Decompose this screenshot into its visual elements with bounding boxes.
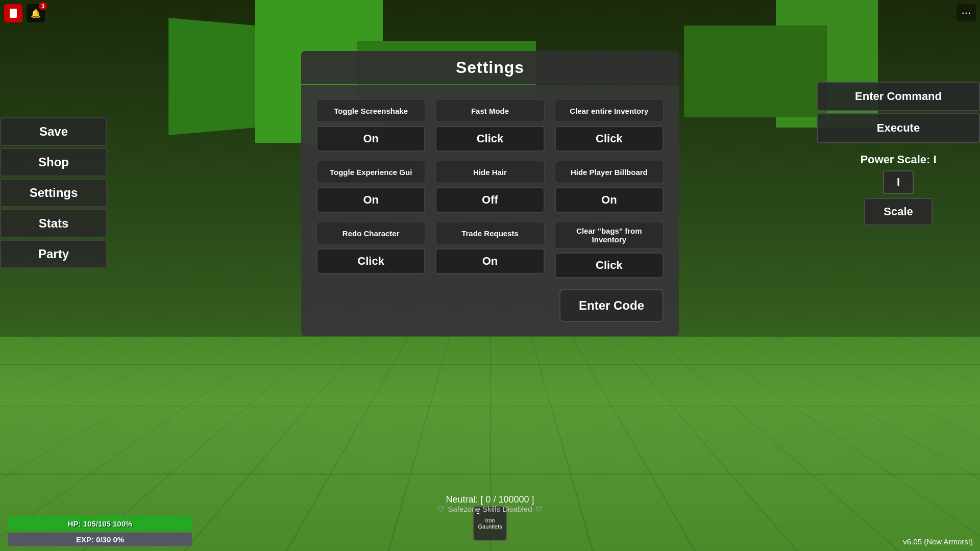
- setting-hide-hair: Hide Hair Off: [435, 161, 544, 213]
- settings-title: Settings: [456, 58, 524, 77]
- enter-code-row: Enter Code: [316, 289, 664, 322]
- redo-character-label: Redo Character: [316, 222, 425, 244]
- clear-bags-label: Clear "bags" from Inventory: [555, 222, 664, 248]
- setting-clear-inventory: Clear entire Inventory Click: [555, 99, 664, 152]
- sidebar-save-button[interactable]: Save: [0, 117, 107, 146]
- top-left-icons: 🔔 3: [4, 4, 45, 22]
- notification-icon: 🔔: [31, 9, 41, 18]
- bottom-hud: 🛡 Safezone Skills Disabled 🛡 HP: 105/105…: [0, 499, 980, 551]
- toggle-screenshake-btn[interactable]: On: [316, 126, 425, 152]
- sidebar-party-button[interactable]: Party: [0, 240, 107, 268]
- hide-player-billboard-btn[interactable]: On: [555, 187, 664, 213]
- fast-mode-label: Fast Mode: [435, 99, 544, 122]
- bg-block-5: [684, 26, 827, 117]
- power-scale-label: Power Scale: I: [817, 153, 980, 166]
- settings-title-bar: Settings: [301, 51, 679, 84]
- badge-count: 3: [39, 2, 47, 10]
- enter-code-button[interactable]: Enter Code: [559, 289, 664, 322]
- clear-inventory-label: Clear entire Inventory: [555, 99, 664, 122]
- safezone-text: 🛡 Safezone Skills Disabled 🛡: [8, 505, 972, 513]
- hide-player-billboard-label: Hide Player Billboard: [555, 161, 664, 183]
- shield-icon: 🛡: [437, 505, 445, 513]
- settings-body: Toggle Screenshake On Fast Mode Click Cl…: [301, 85, 679, 336]
- svg-rect-0: [10, 9, 17, 18]
- sidebar-shop-button[interactable]: Shop: [0, 148, 107, 177]
- toggle-exp-gui-btn[interactable]: On: [316, 187, 425, 213]
- setting-trade-requests: Trade Requests On: [435, 222, 544, 278]
- roblox-icon[interactable]: [4, 4, 22, 22]
- notification-badge[interactable]: 🔔 3: [27, 4, 45, 22]
- left-sidebar: Save Shop Settings Stats Party: [0, 117, 107, 268]
- shield-icon-right: 🛡: [535, 505, 543, 513]
- enter-command-button[interactable]: Enter Command: [817, 82, 980, 111]
- redo-character-btn[interactable]: Click: [316, 248, 425, 274]
- exp-bar: EXP: 0/30 0%: [8, 533, 192, 546]
- trade-requests-btn[interactable]: On: [435, 248, 544, 274]
- hide-hair-btn[interactable]: Off: [435, 187, 544, 213]
- trade-requests-label: Trade Requests: [435, 222, 544, 244]
- clear-bags-btn[interactable]: Click: [555, 253, 664, 278]
- setting-hide-player-billboard: Hide Player Billboard On: [555, 161, 664, 213]
- sidebar-settings-button[interactable]: Settings: [0, 179, 107, 207]
- setting-clear-bags: Clear "bags" from Inventory Click: [555, 222, 664, 278]
- hp-bar: HP: 105/105 100%: [8, 516, 192, 531]
- execute-button[interactable]: Execute: [817, 113, 980, 143]
- sidebar-stats-button[interactable]: Stats: [0, 209, 107, 238]
- settings-grid: Toggle Screenshake On Fast Mode Click Cl…: [316, 99, 664, 278]
- more-options-button[interactable]: ···: [957, 4, 976, 21]
- exp-bar-text: EXP: 0/30 0%: [76, 535, 124, 544]
- right-panel: Enter Command Execute Power Scale: I Sca…: [817, 82, 980, 226]
- clear-inventory-btn[interactable]: Click: [555, 126, 664, 152]
- fast-mode-btn[interactable]: Click: [435, 126, 544, 152]
- scale-button[interactable]: Scale: [864, 198, 933, 226]
- toggle-screenshake-label: Toggle Screenshake: [316, 99, 425, 122]
- setting-redo-character: Redo Character Click: [316, 222, 425, 278]
- hp-bar-container: HP: 105/105 100%: [8, 516, 192, 531]
- setting-fast-mode: Fast Mode Click: [435, 99, 544, 152]
- power-scale-input[interactable]: [883, 170, 914, 194]
- toggle-exp-gui-label: Toggle Experience Gui: [316, 161, 425, 183]
- hp-bar-text: HP: 105/105 100%: [68, 519, 133, 528]
- hide-hair-label: Hide Hair: [435, 161, 544, 183]
- settings-panel: Settings Toggle Screenshake On Fast Mode…: [301, 51, 679, 336]
- setting-toggle-exp-gui: Toggle Experience Gui On: [316, 161, 425, 213]
- setting-toggle-screenshake: Toggle Screenshake On: [316, 99, 425, 152]
